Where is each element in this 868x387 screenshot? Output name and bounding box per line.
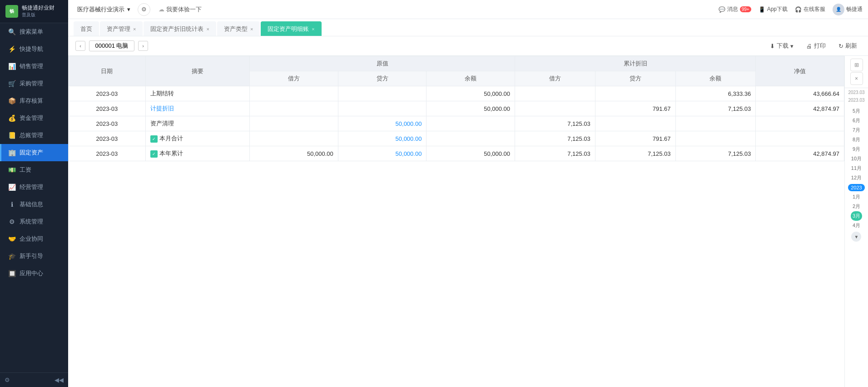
timeline-month-1[interactable]: 1月 xyxy=(848,192,864,202)
try-experience-button[interactable]: ☁ 我要体验一下 xyxy=(154,4,206,15)
service-icon: 🎧 xyxy=(795,6,802,13)
tab-asset-type[interactable]: 资产类型 × xyxy=(217,21,260,36)
sidebar-item-purchase[interactable]: 🛒 采购管理 xyxy=(0,75,68,92)
online-service-action[interactable]: 🎧 在线客服 xyxy=(795,5,825,13)
sidebar-item-label: 快捷导航 xyxy=(20,45,43,53)
sidebar-footer-collapse[interactable]: ◀◀ xyxy=(55,377,64,383)
flash-icon: ⚡ xyxy=(8,45,16,53)
timeline-month-3[interactable]: 3月 xyxy=(851,211,862,221)
table-row: 2023-03资产清理50,000.007,125.03 xyxy=(69,116,844,131)
timeline-month-2[interactable]: 2月 xyxy=(848,202,864,211)
timeline: 5月 6月 7月 8月 9月 10月 11月 12月 2023 1月 2月 3月… xyxy=(848,104,864,387)
sidebar-item-basic-info[interactable]: ℹ 基础信息 xyxy=(0,196,68,213)
sidebar-item-search[interactable]: 🔍 搜索菜单 xyxy=(0,23,68,40)
timeline-month-9[interactable]: 9月 xyxy=(848,144,864,154)
download-button[interactable]: ⬇ 下载 ▾ xyxy=(766,40,797,52)
panel-collapse-button[interactable]: × xyxy=(850,72,863,85)
timeline-month-4[interactable]: 4月 xyxy=(848,221,864,230)
tab-asset-mgmt-label: 资产管理 xyxy=(107,25,130,33)
sidebar-item-inventory[interactable]: 📦 库存核算 xyxy=(0,92,68,109)
sidebar-item-quicknav[interactable]: ⚡ 快捷导航 xyxy=(0,40,68,58)
top-header: 医疗器械行业演示 ▾ ⚙ ☁ 我要体验一下 💬 消息 99+ 📱 App下载 🎧… xyxy=(68,0,868,19)
timeline-month-8[interactable]: 8月 xyxy=(848,135,864,144)
payroll-icon: 💵 xyxy=(8,166,16,174)
cart-icon: 🛒 xyxy=(8,80,16,87)
sidebar-item-guide[interactable]: 🎓 新手引导 xyxy=(0,248,68,265)
sidebar-footer-settings[interactable]: ⚙ xyxy=(5,377,10,383)
settings-button[interactable]: ⚙ xyxy=(138,3,150,16)
download-dropdown-icon: ▾ xyxy=(790,43,794,50)
money-icon: 💰 xyxy=(8,114,16,122)
timeline-year-badge-2023[interactable]: 2023 xyxy=(848,183,864,192)
print-button[interactable]: 🖨 打印 xyxy=(803,40,829,52)
sidebar-item-label: 采购管理 xyxy=(20,79,43,88)
sidebar-item-app-center[interactable]: 🔲 应用中心 xyxy=(0,265,68,282)
tab-asset-detail-label: 固定资产明细账 xyxy=(268,25,309,33)
guide-icon: 🎓 xyxy=(8,253,16,260)
book-icon: 📒 xyxy=(8,132,16,139)
sidebar: 畅 畅捷通好业财 普及版 🔍 搜索菜单 ⚡ 快捷导航 📊 销售管理 🛒 采购管理… xyxy=(0,0,68,387)
sidebar-item-finance[interactable]: 💰 资金管理 xyxy=(0,109,68,127)
sidebar-item-ops[interactable]: 📈 经营管理 xyxy=(0,179,68,196)
next-asset-button[interactable]: › xyxy=(138,41,148,51)
th-orig-debit: 借方 xyxy=(250,71,338,86)
sidebar-item-sales[interactable]: 📊 销售管理 xyxy=(0,58,68,75)
th-dep-credit: 贷方 xyxy=(595,71,675,86)
sidebar-item-label: 搜索菜单 xyxy=(20,28,43,36)
refresh-button[interactable]: ↻ 刷新 xyxy=(835,40,861,52)
message-action[interactable]: 💬 消息 99+ xyxy=(719,5,751,13)
sidebar-item-label: 销售管理 xyxy=(20,62,43,70)
content-toolbar: ‹ 000001 电脑 › ⬇ 下载 ▾ 🖨 打印 ↻ 刷新 xyxy=(68,36,868,56)
sidebar-item-label: 系统管理 xyxy=(20,218,43,226)
th-net-value: 净值 xyxy=(756,56,844,86)
timeline-month-5[interactable]: 5月 xyxy=(848,106,864,116)
tab-asset-detail[interactable]: 固定资产明细账 × xyxy=(261,21,321,36)
sidebar-nav: 🔍 搜索菜单 ⚡ 快捷导航 📊 销售管理 🛒 采购管理 📦 库存核算 💰 资金管… xyxy=(0,23,68,372)
tab-asset-mgmt-close[interactable]: × xyxy=(133,26,136,32)
company-selector[interactable]: 医疗器械行业演示 ▾ xyxy=(74,4,134,15)
th-orig-balance: 余额 xyxy=(427,71,515,86)
gear-icon: ⚙ xyxy=(8,218,16,225)
timeline-month-7[interactable]: 7月 xyxy=(848,125,864,135)
main-area: 医疗器械行业演示 ▾ ⚙ ☁ 我要体验一下 💬 消息 99+ 📱 App下载 🎧… xyxy=(68,0,868,387)
company-name: 医疗器械行业演示 xyxy=(77,5,124,14)
timeline-month-11[interactable]: 11月 xyxy=(848,164,864,173)
table-and-panel: 日期 摘要 原值 累计折旧 净值 借方 贷方 余额 借方 贷方 余额 xyxy=(68,56,868,387)
try-label: 我要体验一下 xyxy=(166,5,202,14)
download-label: 下载 xyxy=(777,42,789,50)
tabs-bar: 首页 资产管理 × 固定资产折旧统计表 × 资产类型 × 固定资产明细账 × xyxy=(68,19,868,36)
timeline-year-label-top: 2023.03 xyxy=(848,88,864,97)
sidebar-item-payroll[interactable]: 💵 工资 xyxy=(0,161,68,179)
sidebar-item-label: 库存核算 xyxy=(20,97,43,105)
timeline-month-6[interactable]: 6月 xyxy=(848,116,864,125)
tab-asset-mgmt[interactable]: 资产管理 × xyxy=(100,21,143,36)
download-icon: 📱 xyxy=(759,6,765,13)
app-download-action[interactable]: 📱 App下载 xyxy=(759,5,788,13)
user-profile[interactable]: 👤 畅捷通 xyxy=(833,4,863,15)
sidebar-item-ledger[interactable]: 📒 总账管理 xyxy=(0,127,68,144)
cloud-icon: ☁ xyxy=(159,6,164,13)
sidebar-item-label: 资金管理 xyxy=(20,114,43,122)
timeline-nav-down[interactable]: ▼ xyxy=(851,232,861,242)
sidebar-item-collab[interactable]: 🤝 企业协同 xyxy=(0,230,68,248)
sidebar-item-label: 新手引导 xyxy=(20,252,43,260)
timeline-month-10[interactable]: 10月 xyxy=(848,154,864,164)
tab-depreciation-stat-close[interactable]: × xyxy=(206,26,209,32)
tab-asset-type-close[interactable]: × xyxy=(250,26,253,32)
th-orig-credit: 贷方 xyxy=(338,71,427,86)
tab-depreciation-stat[interactable]: 固定资产折旧统计表 × xyxy=(144,21,216,36)
tab-asset-detail-close[interactable]: × xyxy=(312,26,314,32)
building-icon: 🏢 xyxy=(8,149,16,156)
timeline-year-label-sub: 2023.03 xyxy=(848,97,864,104)
th-original-value: 原值 xyxy=(250,56,515,71)
timeline-month-12[interactable]: 12月 xyxy=(848,173,864,183)
sidebar-item-fixed-assets[interactable]: 🏢 固定资产 xyxy=(0,144,68,161)
table-row: 2023-03计提折旧50,000.00791.677,125.0342,874… xyxy=(69,101,844,116)
panel-expand-button[interactable]: ⊞ xyxy=(850,59,863,71)
sidebar-item-sys-mgmt[interactable]: ⚙ 系统管理 xyxy=(0,213,68,230)
tab-home[interactable]: 首页 xyxy=(74,21,99,36)
sidebar-item-label: 固定资产 xyxy=(20,149,43,157)
message-badge: 99+ xyxy=(740,6,751,12)
th-accumulated-depreciation: 累计折旧 xyxy=(515,56,756,71)
prev-asset-button[interactable]: ‹ xyxy=(75,41,85,51)
